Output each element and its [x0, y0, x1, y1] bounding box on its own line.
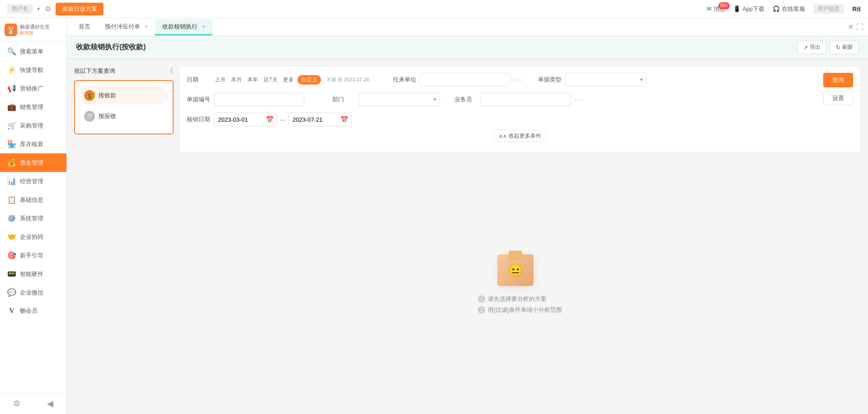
- docno-label: 单据编号: [187, 95, 210, 104]
- page-header-actions: ↗ 导出 ↻ 刷新: [797, 41, 859, 54]
- sidebar-label-cooperation: 企业协同: [20, 233, 43, 241]
- sidebar-label-management: 经营管理: [20, 177, 43, 186]
- system-icon: ⚙️: [7, 214, 16, 223]
- app-download-button[interactable]: 📱 App下载: [733, 5, 764, 13]
- sidebar-item-quicknav[interactable]: ⚡ 快捷导航: [0, 61, 66, 79]
- hint-num-2: 2: [478, 306, 485, 314]
- partner-input[interactable]: [420, 73, 510, 86]
- settings-icon[interactable]: ⚙: [45, 5, 51, 13]
- sidebar-item-finance[interactable]: 💰 资金管理: [0, 153, 66, 172]
- sidebar-item-guide[interactable]: 🎯 新手引导: [0, 246, 66, 265]
- user-info[interactable]: 用户信息: [813, 4, 844, 14]
- verify-date-label: 核销日期: [187, 115, 210, 124]
- finance-icon: 💰: [7, 158, 16, 167]
- this-month-btn[interactable]: 本月: [229, 75, 244, 85]
- top-bar-right: ✉ 消息 99+ 📱 App下载 🎧 在线客服 用户信息 Rit: [707, 4, 861, 14]
- query-button[interactable]: 查询: [823, 73, 853, 87]
- sidebar-item-marketing[interactable]: 📢 营销推广: [0, 79, 66, 98]
- sidebar-item-sales[interactable]: 💼 销售管理: [0, 98, 66, 116]
- this-year-btn[interactable]: 本年: [245, 75, 260, 85]
- last7days-btn[interactable]: 近7天: [262, 75, 279, 85]
- empty-hints: 1 请先选择要分析的方案 2 用[过滤]条件来缩小分析范围: [478, 295, 561, 314]
- sidebar-item-basic[interactable]: 📋 基础信息: [0, 190, 66, 209]
- filter-by-receivable[interactable]: ⏱ 按应收: [80, 107, 168, 125]
- sidebar-label-finance: 资金管理: [20, 159, 43, 167]
- last-month-btn[interactable]: 上月: [213, 75, 227, 85]
- salesperson-dots-btn[interactable]: ···: [575, 95, 584, 105]
- partner-dots-btn[interactable]: ···: [514, 75, 524, 85]
- filter-receipt-label: 按收款: [99, 91, 116, 100]
- more-shortcut-btn[interactable]: 更多: [281, 75, 296, 85]
- date-range-separator: —: [280, 116, 286, 123]
- doctype-label: 单据类型: [538, 76, 561, 84]
- doctype-select[interactable]: [565, 73, 646, 86]
- phone-icon: 📱: [733, 5, 741, 12]
- empty-box: 😐: [497, 254, 533, 286]
- custom-date-btn[interactable]: 自定义: [297, 75, 321, 85]
- filter-by-receipt[interactable]: 💲 按收款: [80, 86, 168, 105]
- docno-item: 单据编号: [187, 93, 304, 106]
- dept-select[interactable]: [359, 93, 440, 106]
- sidebar-label-hardware: 智能硬件: [20, 270, 43, 278]
- refresh-button[interactable]: ↻ 刷新: [830, 41, 859, 54]
- sidebar-item-system[interactable]: ⚙️ 系统管理: [0, 209, 66, 228]
- sidebar-item-inventory[interactable]: 🏪 库存核算: [0, 135, 66, 153]
- sidebar-logo: 🐰 畅捷通好生意 标准版: [0, 18, 66, 42]
- sidebar-label-guide: 新手引导: [20, 252, 43, 260]
- tab-receivable[interactable]: 收款核销执行 ×: [155, 19, 212, 35]
- tab-receivable-close[interactable]: ×: [202, 24, 205, 30]
- online-service-button[interactable]: 🎧 在线客服: [773, 5, 805, 13]
- partner-item: 往来单位 ···: [393, 73, 524, 86]
- search-menu-icon: 🔍: [7, 47, 16, 56]
- sidebar-gear-button[interactable]: ⚙: [9, 397, 25, 410]
- sidebar-item-purchase[interactable]: 🛒 采购管理: [0, 116, 66, 135]
- verify-date-item: 核销日期 📅 —: [187, 113, 352, 126]
- sidebar-item-cooperation[interactable]: 🤝 企业协同: [0, 228, 66, 246]
- filter-box: 💲 按收款 ⏱ 按应收: [74, 80, 174, 134]
- brand-dropdown-icon[interactable]: ▾: [37, 5, 40, 12]
- collapse-row: ∧∧ 收起更多条件: [187, 126, 853, 146]
- page-header: 收款核销执行(按收款) ↗ 导出 ↻ 刷新: [67, 36, 868, 59]
- sidebar-item-management[interactable]: 📊 经营管理: [0, 172, 66, 190]
- tab-prepay[interactable]: 预付冲应付单 ×: [98, 19, 155, 35]
- filter-collapse-button[interactable]: 《: [166, 66, 174, 76]
- window-close-icon[interactable]: ✕: [848, 23, 854, 31]
- hardware-icon: 📟: [7, 270, 16, 278]
- sidebar-label-wechat: 企业微信: [20, 289, 43, 297]
- receipt-filter-icon: 💲: [84, 90, 95, 101]
- solution-button[interactable]: 体验行业方案: [56, 3, 104, 15]
- message-button[interactable]: ✉ 消息 99+: [707, 5, 725, 13]
- sidebar-item-wechat[interactable]: 💬 企业微信: [0, 283, 66, 302]
- docno-input[interactable]: [214, 93, 304, 106]
- sidebar-collapse-button[interactable]: ◀: [42, 397, 58, 410]
- query-panel: 日期 上月 本月 本年 近7天 更多 自定义: [179, 66, 861, 407]
- setting-button[interactable]: 设置: [823, 91, 853, 105]
- collapse-conditions-button[interactable]: ∧∧ 收起更多条件: [493, 130, 547, 142]
- window-expand-icon[interactable]: ⛶: [856, 23, 863, 31]
- tab-home-label: 首页: [79, 23, 90, 31]
- filter-panel: 按以下方案查询 《 💲 按收款 ⏱ 按应收: [74, 66, 174, 407]
- sidebar-label-basic: 基础信息: [20, 196, 43, 204]
- sidebar: 🐰 畅捷通好生意 标准版 🔍 搜索菜单 ⚡ 快捷导航 📢 营销推广 💼 销售管理…: [0, 18, 67, 414]
- export-button[interactable]: ↗ 导出: [797, 41, 826, 54]
- verify-end-wrap: 📅: [288, 113, 352, 126]
- verify-start-calendar-icon[interactable]: 📅: [266, 116, 274, 123]
- verify-end-calendar-icon[interactable]: 📅: [340, 116, 348, 123]
- dept-select-wrap: ▾: [359, 93, 440, 106]
- message-icon: ✉: [707, 5, 712, 12]
- export-icon: ↗: [803, 44, 808, 51]
- date-shortcuts: 上月 本月 本年 近7天 更多 自定义: [213, 75, 321, 85]
- sidebar-item-search[interactable]: 🔍 搜索菜单: [0, 42, 66, 61]
- sidebar-item-hardware[interactable]: 📟 智能硬件: [0, 265, 66, 283]
- sidebar-item-vip[interactable]: V 畅会员: [0, 302, 66, 320]
- salesperson-input[interactable]: [481, 93, 571, 106]
- hint-text-2: 用[过滤]条件来缩小分析范围: [488, 306, 561, 314]
- tab-home[interactable]: 首页: [71, 19, 98, 35]
- export-label: 导出: [810, 43, 821, 51]
- logo-icon: 🐰: [5, 24, 17, 36]
- wechat-icon: 💬: [7, 288, 16, 297]
- user-rit-label: Rit: [852, 5, 861, 13]
- tab-prepay-close[interactable]: ×: [145, 24, 148, 30]
- form-main: 日期 上月 本月 本年 近7天 更多 自定义: [187, 73, 818, 126]
- dept-item: 部门 ▾: [332, 93, 440, 106]
